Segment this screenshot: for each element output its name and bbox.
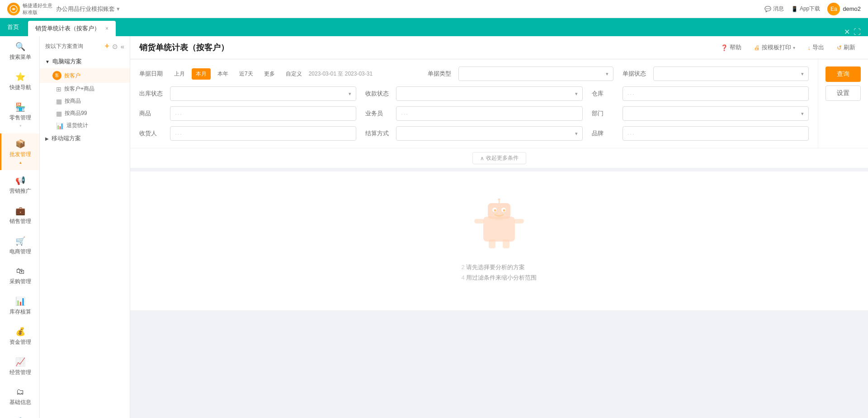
settings-btn[interactable]: 设置 [826,86,861,101]
sidebar-item-marketing[interactable]: 📢 营销推广 [0,170,39,200]
svg-rect-8 [514,219,524,223]
download-icon: 📱 [791,6,798,12]
logo-icon [7,3,20,15]
sidebar-item-ecommerce[interactable]: 🛒 电商管理 [0,231,39,261]
app-title[interactable]: 办公用品行业模拟账套 ▾ [56,5,120,13]
left-panel-header: 按以下方案查询 + ⊙ « [40,42,130,55]
basic-icon: 🗂 [16,387,24,397]
brand-input[interactable]: ··· [623,126,809,141]
date-btn-this-month[interactable]: 本月 [192,68,211,80]
date-btn-last-month[interactable]: 上月 [170,68,189,80]
sidebar-item-retail[interactable]: 🏪 零售管理 ▾ [0,97,39,133]
wholesale-icon: 📦 [15,139,25,149]
date-filter: 上月 本月 本年 近7天 更多 自定义 2023-03-01 至 2023-03… [170,68,373,80]
svg-rect-2 [488,203,510,219]
quicknav-icon: ⭐ [15,72,25,82]
export-btn[interactable]: ↓ 导出 [804,42,828,53]
tab-minimize-icon[interactable]: ✕ [844,28,850,36]
svg-point-13 [498,199,500,200]
user-area[interactable]: Ea demo2 [827,3,861,15]
svg-rect-11 [496,218,502,220]
sidebar-item-sales[interactable]: 💼 销售管理 [0,200,39,231]
tree-item-by-product99[interactable]: ▦ 按商品99 [40,107,130,119]
message-btn[interactable]: 💬 消息 [764,5,784,13]
collapse-btn[interactable]: ∧ 收起更多条件 [472,152,526,164]
collapse-panel-btn[interactable]: « [121,43,124,50]
avatar: Ea [827,3,840,15]
filter-bill-status: 单据状态 ▾ [623,66,809,81]
filter-out-status: 出库状态 ▾ [139,86,356,101]
tree-item-return-stats[interactable]: 📊 退货统计 [40,119,130,132]
retail-icon: 🏪 [15,102,25,112]
page-header: 销货单统计表（按客户） ❓ 帮助 🖨 按模板打印 ▾ ↓ 导出 ↺ 刷新 [130,36,868,59]
sidebar-item-basic[interactable]: 🗂 基础信息 [0,382,39,412]
filter-main: 单据日期 上月 本月 本年 近7天 更多 自定义 2023-03-01 至 20… [130,59,818,148]
date-btn-7days[interactable]: 近7天 [235,68,257,80]
warehouse-input[interactable]: ··· [623,86,809,101]
brand-label: 品牌 [592,129,619,138]
out-status-input[interactable]: ▾ [170,86,356,101]
sidebar-item-inventory[interactable]: 📊 库存核算 [0,291,39,321]
message-icon: 💬 [764,6,771,12]
date-btn-more[interactable]: 更多 [260,68,279,80]
add-scheme-btn[interactable]: + [104,42,109,51]
tree-item-by-product[interactable]: ▦ 按商品 [40,95,130,107]
print-dropdown-icon: ▾ [793,45,795,50]
help-btn[interactable]: ❓ 帮助 [717,42,745,53]
hint-1: 请先选择要分析的方案 [462,262,537,272]
mobile-group-header[interactable]: ▶ 移动端方案 [40,132,130,145]
consignee-input[interactable]: ··· [170,126,356,141]
query-btn[interactable]: 查询 [826,66,861,82]
filter-row-3: 商品 ··· 业务员 ··· 部门 [139,106,809,121]
desktop-group-header[interactable]: ▼ 电脑端方案 [40,55,130,68]
empty-illustration [470,199,528,253]
consignee-label: 收货人 [139,129,166,138]
sidebar-item-system[interactable]: ⚙️ 系统管理 [0,412,39,418]
filter-row-2: 出库状态 ▾ 收款状态 ▾ 仓库 [139,86,809,101]
bill-status-input[interactable]: ▾ [653,66,809,81]
tab-home[interactable]: 首页 [0,18,26,36]
collapse-row: ∧ 收起更多条件 [130,148,868,168]
bill-type-input[interactable]: ▾ [458,66,614,81]
receive-status-input[interactable]: ▾ [396,86,582,101]
tab-maximize-icon[interactable]: ⛶ [854,28,861,36]
tree-item-by-customer-product[interactable]: ⊞ 按客户+商品 [40,83,130,95]
salesperson-input[interactable]: ··· [396,106,582,121]
print-btn[interactable]: 🖨 按模板打印 ▾ [750,42,799,53]
left-panel-actions: + ⊙ « [104,42,124,51]
sidebar-item-operation[interactable]: 📈 经营管理 [0,352,39,382]
tab-close-btn[interactable]: × [105,25,108,32]
logo-area: 畅捷通好生意 标准版 [7,2,52,15]
header-left: 畅捷通好生意 标准版 办公用品行业模拟账套 ▾ [7,2,120,15]
product-label: 商品 [139,109,166,118]
date-range-text: 2023-03-01 至 2023-03-31 [309,70,373,78]
empty-area: 请先选择要分析的方案 用过滤条件来缩小分析范围 [130,171,868,310]
help-icon: ❓ [721,44,728,51]
department-input[interactable]: ▾ [623,106,809,121]
department-label: 部门 [592,109,619,118]
filter-actions: 查询 设置 [818,59,868,148]
bill-type-arrow: ▾ [606,71,609,77]
receive-status-label: 收款状态 [365,90,392,98]
sidebar-item-purchase[interactable]: 🛍 采购管理 [0,261,39,291]
dropdown-icon: ▾ [117,5,120,12]
settings-scheme-btn[interactable]: ⊙ [112,43,118,51]
empty-hints: 请先选择要分析的方案 用过滤条件来缩小分析范围 [462,262,537,283]
app-download-btn[interactable]: 📱 App下载 [791,5,820,13]
tree-item-by-customer[interactable]: 客 按客户 [40,68,130,83]
page-actions: ❓ 帮助 🖨 按模板打印 ▾ ↓ 导出 ↺ 刷新 [717,42,859,53]
refresh-btn[interactable]: ↺ 刷新 [833,42,859,53]
return-stats-icon: 📊 [56,122,64,129]
date-btn-this-year[interactable]: 本年 [213,68,232,80]
customer-scheme-icon: 客 [52,71,61,80]
settlement-input[interactable]: ▾ [396,126,582,141]
sidebar-item-quicknav[interactable]: ⭐ 快捷导航 [0,66,39,97]
sidebar-item-search[interactable]: 🔍 搜索菜单 [0,36,39,66]
date-label: 单据日期 [139,70,166,78]
tab-active[interactable]: 销货单统计表（按客户） × [28,21,116,36]
product-input[interactable]: ··· [170,106,356,121]
sidebar-item-finance[interactable]: 💰 资金管理 [0,321,39,352]
bill-type-label: 单据类型 [428,70,455,78]
date-btn-custom[interactable]: 自定义 [282,68,306,80]
sidebar-item-wholesale[interactable]: 📦 批发管理 ▴ [0,133,39,170]
